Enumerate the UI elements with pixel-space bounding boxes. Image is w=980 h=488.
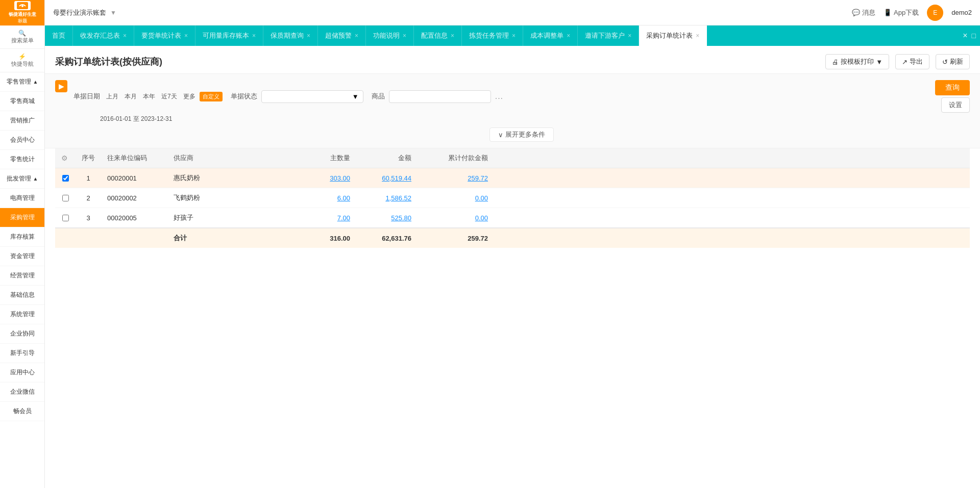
sidebar-item-ops[interactable]: 经营管理 [0, 266, 44, 286]
row-no-2: 3 [76, 208, 101, 228]
row-amount-1[interactable]: 1,586.52 [356, 188, 418, 208]
sidebar-item-member[interactable]: 会员中心 [0, 131, 44, 150]
tab-close-collect[interactable]: × [123, 32, 127, 39]
print-button[interactable]: 🖨 按模板打印 ▼ [825, 54, 889, 69]
tab-func-desc[interactable]: 功能说明× [366, 25, 414, 46]
refresh-button[interactable]: ↺ 刷新 [936, 54, 970, 69]
sidebar-item-marketing[interactable]: 营销推广 [0, 111, 44, 131]
tab-overstock[interactable]: 超储预警× [318, 25, 366, 46]
date-shortcut-this-year[interactable]: 本年 [141, 91, 157, 102]
tab-label-invite: 邀请下游客户 [585, 31, 625, 40]
setting-button[interactable]: 设置 [941, 97, 970, 113]
sidebar-item-wholesale[interactable]: 批发管理▲ [0, 169, 44, 189]
sidebar-arrow-wholesale: ▲ [33, 176, 38, 182]
sidebar-item-ecommerce[interactable]: 电商管理 [0, 189, 44, 208]
sidebar-item-newbie[interactable]: 新手引导 [0, 344, 44, 363]
table-settings-icon[interactable]: ⚙ [61, 154, 68, 162]
date-shortcut-more[interactable]: 更多 [181, 91, 198, 102]
row-amount-0[interactable]: 60,519.44 [356, 168, 418, 188]
query-button[interactable]: 查询 [935, 80, 970, 95]
tab-close-pick-task[interactable]: × [512, 32, 516, 39]
date-shortcut-last-month[interactable]: 上月 [104, 91, 120, 102]
sidebar-arrow-retail-mgmt: ▲ [33, 79, 38, 85]
sidebar: 畅捷通好生意 标题 🔍 搜索菜单 ⚡ 快捷导航 零售管理▲零售商城营销推广会员中… [0, 0, 45, 488]
row-paid-2[interactable]: 0.00 [418, 208, 494, 228]
sidebar-item-inventory[interactable]: 库存核算 [0, 227, 44, 247]
sidebar-item-system[interactable]: 系统管理 [0, 305, 44, 324]
tab-collect[interactable]: 收发存汇总表× [73, 25, 134, 46]
data-table: ⚙ 序号 往来单位编码 供应商 主数量 金额 累计付款金额 1 [55, 148, 970, 248]
table-row[interactable]: 3 00020005 好孩子 7.00 525.80 0.00 [55, 208, 970, 228]
export-icon: ↗ [902, 58, 908, 66]
goods-more-icon[interactable]: ... [495, 92, 503, 101]
sidebar-search[interactable]: 🔍 搜索菜单 [0, 25, 44, 49]
date-shortcut-this-month[interactable]: 本月 [122, 91, 139, 102]
sidebar-item-wechat[interactable]: 企业微信 [0, 382, 44, 402]
tab-label-purchase-stat: 要货单统计表 [141, 31, 181, 40]
user-avatar[interactable]: E [927, 5, 943, 21]
tab-close-invite[interactable]: × [628, 32, 631, 39]
goods-filter-label: 商品 [372, 92, 385, 101]
row-code-1: 00020002 [101, 188, 167, 208]
status-select[interactable]: ▼ [261, 90, 363, 103]
date-custom-button[interactable]: 自定义 [200, 92, 223, 101]
export-button[interactable]: ↗ 导出 [895, 54, 929, 69]
col-amount-header: 金额 [356, 148, 418, 168]
sidebar-item-retail-shop[interactable]: 零售商城 [0, 92, 44, 111]
row-paid-0[interactable]: 259.72 [418, 168, 494, 188]
sidebar-item-retail-stats[interactable]: 零售统计 [0, 150, 44, 169]
filter-toggle-button[interactable]: ▶ [55, 80, 67, 92]
row-supplier-1: 飞鹤奶粉 [167, 188, 295, 208]
tab-home[interactable]: 首页 [45, 25, 73, 46]
tab-close-available-stock[interactable]: × [252, 32, 256, 39]
tab-close-purchase-order-stat[interactable]: × [696, 32, 699, 39]
tab-bar-maximize-icon[interactable]: □ [972, 32, 976, 40]
table-row[interactable]: 1 00020001 惠氏奶粉 303.00 60,519.44 259.72 [55, 168, 970, 188]
row-checkbox-0[interactable] [55, 168, 76, 188]
row-qty-2[interactable]: 7.00 [295, 208, 356, 228]
tab-expiry[interactable]: 保质期查询× [263, 25, 318, 46]
sidebar-item-retail-mgmt[interactable]: 零售管理▲ [0, 72, 44, 92]
row-qty-0[interactable]: 303.00 [295, 168, 356, 188]
topbar: 母婴行业演示账套 ▼ 💬 消息 📱 App下载 E demo2 [45, 0, 980, 25]
expand-button[interactable]: ∨ 展开更多条件 [489, 127, 554, 142]
sidebar-item-label-inventory: 库存核算 [10, 233, 35, 241]
row-checkbox-1[interactable] [55, 188, 76, 208]
tab-close-expiry[interactable]: × [307, 32, 310, 39]
workspace-dropdown-icon[interactable]: ▼ [110, 9, 116, 16]
tab-close-config[interactable]: × [451, 32, 454, 39]
date-shortcut-7days[interactable]: 近7天 [159, 91, 179, 102]
tab-close-purchase-stat[interactable]: × [184, 32, 188, 39]
sidebar-item-purchase[interactable]: 采购管理 [0, 208, 44, 227]
tab-label-pick-task: 拣货任务管理 [469, 31, 509, 40]
tab-close-cost-adjust[interactable]: × [567, 32, 570, 39]
tab-close-overstock[interactable]: × [355, 32, 358, 39]
row-checkbox-2[interactable] [55, 208, 76, 228]
sidebar-item-finance[interactable]: 资金管理 [0, 247, 44, 266]
row-paid-1[interactable]: 0.00 [418, 188, 494, 208]
tab-config[interactable]: 配置信息× [414, 25, 462, 46]
tab-cost-adjust[interactable]: 成本调整单× [523, 25, 578, 46]
app-download-button[interactable]: 📱 App下载 [884, 8, 919, 17]
tab-bar-close-icon[interactable]: × [963, 31, 967, 40]
user-name: demo2 [951, 9, 972, 16]
msg-button[interactable]: 💬 消息 [852, 8, 875, 17]
row-qty-1[interactable]: 6.00 [295, 188, 356, 208]
row-amount-2[interactable]: 525.80 [356, 208, 418, 228]
tab-available-stock[interactable]: 可用量库存账本× [195, 25, 263, 46]
tab-invite[interactable]: 邀请下游客户× [578, 25, 639, 46]
app-subtitle: 标题 [18, 18, 27, 24]
sidebar-item-basic[interactable]: 基础信息 [0, 286, 44, 305]
sidebar-item-app-center[interactable]: 应用中心 [0, 363, 44, 382]
sidebar-item-vip[interactable]: 畅会员 [0, 402, 44, 421]
tab-close-func-desc[interactable]: × [403, 32, 406, 39]
tab-pick-task[interactable]: 拣货任务管理× [462, 25, 523, 46]
sidebar-item-enterprise[interactable]: 企业协同 [0, 324, 44, 344]
filter-area: ▶ 单据日期 上月 本月 本年 近7天 更多 自定义 [45, 74, 980, 148]
tab-purchase-order-stat[interactable]: 采购订单统计表× [639, 25, 707, 46]
sidebar-shortcut[interactable]: ⚡ 快捷导航 [0, 49, 44, 72]
table-row[interactable]: 2 00020002 飞鹤奶粉 6.00 1,586.52 0.00 [55, 188, 970, 208]
goods-input[interactable] [389, 90, 491, 103]
date-filter-group: 单据日期 上月 本月 本年 近7天 更多 自定义 [74, 91, 223, 102]
tab-purchase-stat[interactable]: 要货单统计表× [134, 25, 195, 46]
